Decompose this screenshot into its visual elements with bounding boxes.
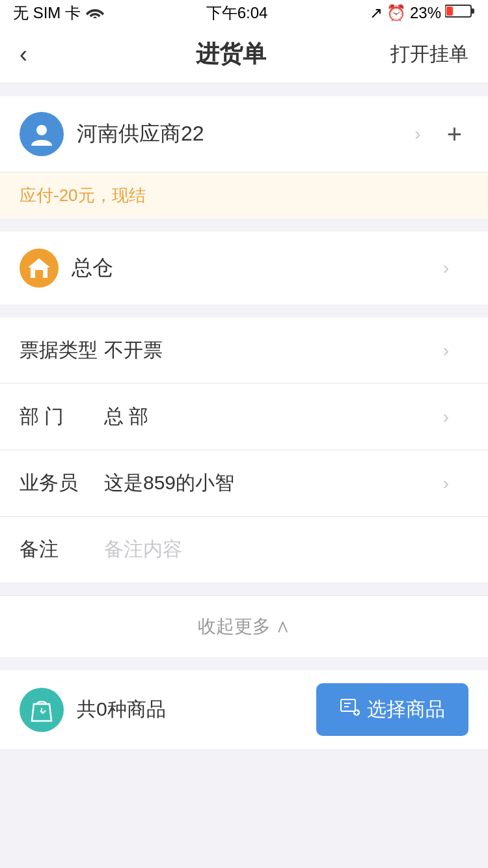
salesperson-label: 业务员	[20, 470, 104, 496]
supplier-chevron-icon: ›	[414, 124, 420, 144]
wifi-icon	[86, 4, 104, 22]
bottom-bar: 共0种商品 选择商品	[0, 670, 488, 749]
product-count-label: 共0种商品	[77, 696, 316, 723]
location-icon: ↗	[370, 4, 383, 22]
svg-rect-2	[471, 8, 474, 14]
remark-label: 备注	[20, 536, 104, 563]
warehouse-name: 总仓	[72, 254, 443, 282]
section-gap-2	[0, 219, 488, 232]
battery-text: 23%	[410, 4, 441, 22]
status-time: 下午6:04	[206, 3, 268, 23]
select-product-label: 选择商品	[367, 696, 445, 723]
select-product-icon	[340, 698, 360, 721]
svg-point-0	[94, 17, 97, 19]
salesperson-chevron-icon: ›	[443, 473, 449, 494]
collapse-row[interactable]: 收起更多 ∧	[0, 595, 488, 657]
form-row-salesperson[interactable]: 业务员 这是859的小智 ›	[0, 450, 488, 517]
status-right: ↗ ⏰ 23%	[370, 4, 475, 22]
back-button[interactable]: ‹	[20, 41, 72, 68]
warehouse-icon-wrap	[20, 249, 59, 288]
collapse-label: 收起更多 ∧	[198, 616, 291, 636]
salesperson-value: 这是859的小智	[104, 470, 443, 496]
product-icon-wrap	[20, 688, 64, 732]
status-bar: 无 SIM 卡 下午6:04 ↗ ⏰ 23%	[0, 0, 488, 26]
svg-rect-7	[341, 699, 355, 711]
supplier-name: 河南供应商22	[77, 120, 414, 148]
remark-input[interactable]: 备注内容	[104, 536, 468, 563]
supplier-avatar	[20, 112, 64, 156]
warehouse-section: 总仓 ›	[0, 232, 488, 305]
form-row-remark[interactable]: 备注 备注内容	[0, 517, 488, 582]
battery-icon	[445, 4, 475, 22]
section-gap-1	[0, 83, 488, 96]
supplier-section: 河南供应商22 › + 应付-20元，现结	[0, 96, 488, 219]
department-label: 部 门	[20, 403, 104, 430]
form-row-department[interactable]: 部 门 总 部 ›	[0, 384, 488, 450]
invoice-type-label: 票据类型	[20, 337, 104, 364]
notice-text: 应付-20元，现结	[20, 185, 146, 205]
svg-point-4	[36, 125, 47, 135]
warehouse-row[interactable]: 总仓 ›	[0, 232, 488, 305]
select-product-button[interactable]: 选择商品	[316, 683, 468, 736]
nav-bar: ‹ 进货单 打开挂单	[0, 26, 488, 83]
warehouse-chevron-icon: ›	[443, 258, 449, 278]
form-row-invoice-type[interactable]: 票据类型 不开票 ›	[0, 318, 488, 384]
notice-bar: 应付-20元，现结	[0, 172, 488, 219]
signal-text: 无 SIM 卡	[13, 3, 81, 23]
supplier-row[interactable]: 河南供应商22 › +	[0, 96, 488, 172]
svg-rect-3	[446, 7, 453, 16]
invoice-type-chevron-icon: ›	[443, 340, 449, 361]
department-value: 总 部	[104, 403, 443, 430]
svg-rect-5	[35, 270, 43, 278]
status-left: 无 SIM 卡	[13, 3, 104, 23]
department-chevron-icon: ›	[443, 407, 449, 427]
page-title: 进货单	[196, 38, 266, 70]
add-button[interactable]: +	[441, 120, 468, 149]
alarm-icon: ⏰	[386, 4, 406, 22]
main-background	[0, 749, 488, 868]
invoice-type-value: 不开票	[104, 337, 443, 364]
open-pending-button[interactable]: 打开挂单	[390, 41, 468, 68]
form-section: 票据类型 不开票 › 部 门 总 部 › 业务员 这是859的小智 › 备注 备…	[0, 318, 488, 582]
